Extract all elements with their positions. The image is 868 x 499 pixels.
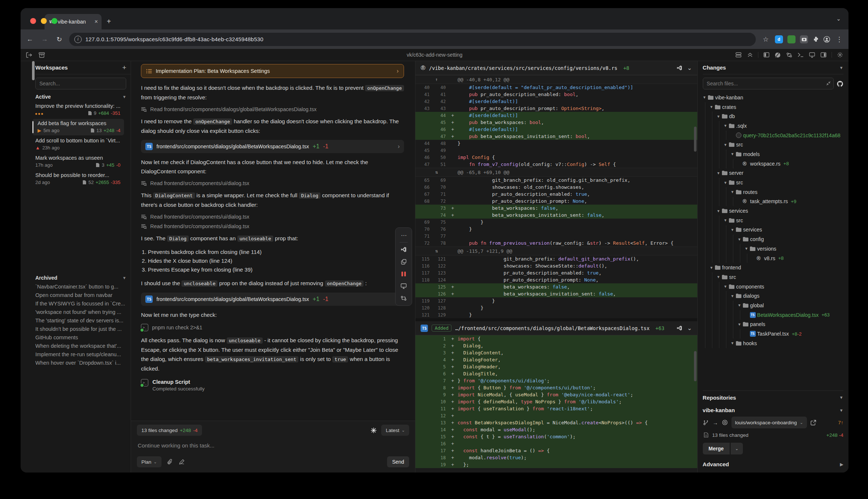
- archived-section-header[interactable]: Archived▼: [35, 273, 131, 282]
- green-extension-icon[interactable]: [787, 35, 796, 43]
- tree-folder-row[interactable]: ▼services: [703, 225, 843, 235]
- tree-folder-row[interactable]: ▼global: [703, 301, 843, 310]
- edited-file-card[interactable]: TSfrontend/src/components/dialogs/global…: [141, 293, 404, 306]
- expand-hunk-icon[interactable]: ⇅: [415, 248, 457, 254]
- implementation-plan-banner[interactable]: Implementation Plan: Beta Workspaces Set…: [141, 64, 404, 78]
- diff-body[interactable]: ↑@@ -40,8 +40,12 @@4040 #[serde(default …: [415, 75, 697, 318]
- tree-folder-row[interactable]: ▼db: [703, 112, 843, 121]
- settings-gear-icon[interactable]: [837, 52, 843, 58]
- sidebar-drag-handle[interactable]: [32, 61, 35, 80]
- tree-folder-row[interactable]: ▼components: [703, 282, 843, 291]
- tree-file-row[interactable]: ®v8.rs+8: [703, 254, 843, 263]
- tree-folder-row[interactable]: ▼frontend: [703, 263, 843, 272]
- tree-folder-row[interactable]: ▼src: [703, 178, 843, 187]
- stop-agent-icon[interactable]: [398, 269, 409, 279]
- files-changed-chip[interactable]: 13 files changed +248 -4: [137, 425, 202, 436]
- site-info-icon[interactable]: i: [74, 36, 82, 43]
- panel-right-icon[interactable]: [820, 52, 827, 58]
- tree-folder-row[interactable]: ▼src: [703, 216, 843, 225]
- merge-button[interactable]: Merge: [703, 443, 730, 454]
- git-compare-icon[interactable]: [398, 293, 409, 303]
- tab-close-icon[interactable]: ×: [95, 19, 98, 25]
- cleanup-script-block[interactable]: >_Cleanup ScriptCompleted successfully: [141, 379, 404, 392]
- base-branch-dropdown[interactable]: louis/workspace-onboarding⌄: [731, 417, 807, 428]
- archived-workspace-item[interactable]: 'workspace not found' when trying ...: [35, 308, 127, 316]
- tree-folder-row[interactable]: ▼crates: [703, 102, 843, 112]
- hunk-header[interactable]: ⇅@@ -115,7 +121,9 @@: [415, 247, 697, 255]
- expand-hunk-icon[interactable]: ↑: [415, 77, 457, 82]
- url-bar[interactable]: i 127.0.0.1:57095/workspaces/c63c9fd6-df…: [69, 33, 756, 46]
- tree-file-row[interactable]: TSBetaWorkspacesDialog.tsx+63: [703, 310, 843, 320]
- tree-folder-row[interactable]: ▼src: [703, 140, 843, 149]
- diff-file-header[interactable]: ®/vibe-kanban/crates/services/src/servic…: [415, 61, 697, 75]
- archived-workspace-item[interactable]: Implement the re-run setup/cleanu...: [35, 350, 127, 358]
- attach-paperclip-icon[interactable]: [167, 459, 173, 465]
- new-tab-button[interactable]: +: [107, 17, 111, 26]
- collapse-diff-icon[interactable]: ⌄: [687, 64, 692, 71]
- edited-file-card[interactable]: TSfrontend/src/components/dialogs/global…: [141, 140, 404, 153]
- profile-avatar[interactable]: [823, 36, 830, 43]
- tree-folder-row[interactable]: ▼config: [703, 234, 843, 244]
- archived-workspace-item[interactable]: When hover over `Dropdown.tsx` i...: [35, 358, 127, 367]
- edit-pen-icon[interactable]: [178, 459, 185, 465]
- tab-search-icon[interactable]: ⌄: [834, 14, 843, 24]
- tree-folder-row[interactable]: ▼server: [703, 169, 843, 178]
- forward-icon[interactable]: →: [40, 35, 49, 43]
- open-in-vscode-icon[interactable]: [398, 244, 409, 255]
- tree-folder-row[interactable]: ▼models: [703, 149, 843, 159]
- tree-folder-row[interactable]: ▼src: [703, 272, 843, 282]
- tree-folder-row[interactable]: ▼panels: [703, 320, 843, 329]
- minimize-window-button[interactable]: [41, 18, 47, 24]
- chevron-down-icon[interactable]: ▼: [839, 408, 843, 413]
- diff-body[interactable]: 1+import {2+ Dialog,3+ DialogContent,4+ …: [415, 335, 697, 473]
- archived-workspace-item[interactable]: If the WYSIWYG is focussed in `Cre...: [35, 299, 127, 308]
- archived-workspace-item[interactable]: Open command bar from navbar: [35, 291, 127, 299]
- expand-hunk-icon[interactable]: ⇅: [415, 170, 457, 175]
- read-tool-row[interactable]: Read frontend/src/components/ui/dialog.t…: [141, 180, 404, 186]
- read-tool-row[interactable]: Read frontend/src/components/ui/dialog.t…: [141, 223, 404, 229]
- advanced-section[interactable]: Advanced ▶: [703, 457, 843, 473]
- camera-extension-icon[interactable]: [800, 35, 808, 43]
- tree-folder-row[interactable]: ▼vibe-kanban: [703, 93, 843, 102]
- tree-file-row[interactable]: TSTaskPanel.tsx+8-2: [703, 329, 843, 339]
- hunk-header[interactable]: ⇅@@ -65,8 +69,10 @@: [415, 168, 697, 177]
- docker-extension-icon[interactable]: d: [775, 35, 783, 43]
- more-actions-icon[interactable]: ⋯: [398, 230, 409, 240]
- browser-menu-icon[interactable]: ⋮: [835, 35, 844, 43]
- archived-workspace-item[interactable]: GitHub comments: [35, 333, 127, 341]
- open-in-vscode-icon[interactable]: [676, 65, 683, 71]
- tree-folder-row[interactable]: ▼services: [703, 206, 843, 216]
- workspace-item[interactable]: Add scroll to bottom button in `Virt...▲…: [32, 136, 124, 153]
- close-window-button[interactable]: [30, 18, 36, 24]
- open-in-vscode-icon[interactable]: [676, 325, 683, 332]
- merge-options-button[interactable]: ⌄: [730, 443, 743, 454]
- workspace-item[interactable]: Add beta flag for workspaces▶5m ago13+24…: [32, 119, 124, 135]
- tree-folder-row[interactable]: ▼routes: [703, 187, 843, 197]
- chevron-down-icon[interactable]: ▼: [839, 395, 843, 400]
- changes-search-input[interactable]: [703, 78, 834, 89]
- collapse-diff-icon[interactable]: ⌄: [687, 325, 692, 332]
- scrollbar-thumb[interactable]: [694, 351, 697, 381]
- archived-workspace-item[interactable]: The 'starting' state of dev servers is..…: [35, 316, 127, 325]
- git-compare-icon[interactable]: [786, 52, 793, 58]
- tree-folder-row[interactable]: ▼hooks: [703, 339, 843, 348]
- hunk-header[interactable]: ↑@@ -40,8 +40,12 @@: [415, 75, 697, 84]
- read-tool-row[interactable]: Read frontend/src/components/dialogs/glo…: [141, 106, 404, 112]
- reload-icon[interactable]: ↻: [54, 35, 64, 43]
- tree-folder-row[interactable]: ▼.sqlx: [703, 121, 843, 131]
- maximize-window-button[interactable]: [52, 18, 57, 24]
- target-icon[interactable]: [722, 419, 728, 426]
- tree-file-row[interactable]: ®workspace.rs+8: [703, 159, 843, 169]
- terminal-tool-row[interactable]: >_pnpm run check 2>&1: [141, 324, 404, 331]
- back-icon[interactable]: ←: [25, 35, 35, 43]
- diff-file-header[interactable]: TSAdded…/frontend/src/components/dialogs…: [415, 321, 697, 335]
- workspace-item[interactable]: Should be possible to reorder...2d ago52…: [32, 171, 124, 187]
- dev-server-icon[interactable]: [398, 281, 409, 291]
- archived-workspace-item[interactable]: `NavbarContainer.tsx` button to g...: [35, 282, 127, 291]
- conversation-scroll[interactable]: Implementation Plan: Beta Workspaces Set…: [131, 61, 415, 421]
- collapse-tree-icon[interactable]: [826, 81, 831, 86]
- tree-file-row[interactable]: query-70b21c5c0a2ba5c21c9c1132f14a68: [703, 131, 843, 140]
- open-external-icon[interactable]: [810, 419, 817, 426]
- spark-icon[interactable]: [370, 427, 377, 433]
- tree-folder-row[interactable]: ▼dialogs: [703, 291, 843, 301]
